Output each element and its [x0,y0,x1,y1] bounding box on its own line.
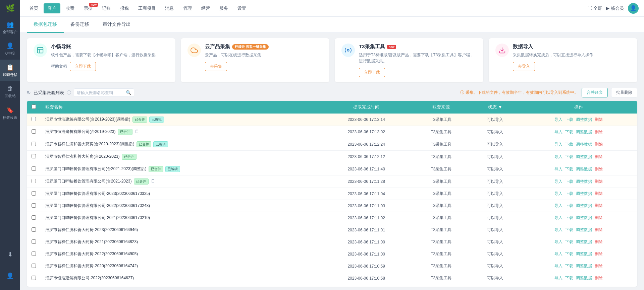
nav-tax[interactable]: 报税 [116,3,133,13]
row-checkbox[interactable] [32,239,36,244]
row-checkbox[interactable] [32,154,36,158]
action-调整数据[interactable]: 调整数据 [576,276,592,280]
nav-service[interactable]: 服务 [215,3,232,13]
sidebar-user[interactable]: 👤 [0,265,20,287]
action-导入[interactable]: 导入 [554,203,562,208]
action-下载[interactable]: 下载 [565,215,573,220]
action-导入[interactable]: 导入 [554,167,562,171]
go-collect-btn[interactable]: 去采集 [205,62,227,71]
action-调整数据[interactable]: 调整数据 [576,251,592,256]
action-调整数据[interactable]: 调整数据 [576,179,592,184]
fullscreen-btn[interactable]: ⛶ 全屏 [588,5,602,11]
row-checkbox[interactable] [32,117,36,121]
nav-business[interactable]: 工商项目 [134,3,160,13]
action-删除[interactable]: 删除 [595,167,603,171]
action-导入[interactable]: 导入 [554,215,562,220]
row-checkbox[interactable] [32,251,36,256]
action-下载[interactable]: 下载 [565,142,573,147]
action-调整数据[interactable]: 调整数据 [576,215,592,220]
sidebar-item-zero-report[interactable]: 👤 0申报 [0,38,20,60]
search-icon[interactable]: 🔍 [126,90,131,95]
action-导入[interactable]: 导入 [554,142,562,147]
action-下载[interactable]: 下载 [565,191,573,196]
action-导入[interactable]: 导入 [554,154,562,159]
action-导入[interactable]: 导入 [554,227,562,232]
refresh-icon[interactable]: ↻ [27,90,31,95]
action-调整数据[interactable]: 调整数据 [576,167,592,171]
row-checkbox[interactable] [32,276,36,280]
avatar[interactable]: 👤 [628,3,639,14]
action-导入[interactable]: 导入 [554,130,562,134]
select-all-checkbox[interactable] [32,104,36,109]
action-导入[interactable]: 导入 [554,276,562,280]
nav-clients[interactable]: 客户 [44,3,60,13]
action-调整数据[interactable]: 调整数据 [576,130,592,134]
sidebar-item-tag-settings[interactable]: 🔖 标签设置 [0,102,20,124]
action-删除[interactable]: 删除 [595,154,603,159]
nav-home[interactable]: 首页 [25,3,42,13]
nav-messages[interactable]: 消息 [161,3,178,13]
action-调整数据[interactable]: 调整数据 [576,142,592,147]
search-input[interactable] [77,90,124,95]
action-导入[interactable]: 导入 [554,191,562,196]
action-导入[interactable]: 导入 [554,239,562,244]
nav-accounting[interactable]: 记账 [98,3,115,13]
action-删除[interactable]: 删除 [595,215,603,220]
sidebar-item-recycle-bin[interactable]: 🗑 回收站 [0,81,20,102]
action-下载[interactable]: 下载 [565,167,573,171]
action-删除[interactable]: 删除 [595,264,603,268]
action-下载[interactable]: 下载 [565,130,573,134]
tab-data-migration[interactable]: 数据包迁移 [27,17,64,33]
tab-backup-migration[interactable]: 备份迁移 [64,17,96,33]
action-删除[interactable]: 删除 [595,251,603,256]
action-调整数据[interactable]: 调整数据 [576,264,592,268]
action-下载[interactable]: 下载 [565,251,573,256]
nav-settings[interactable]: 设置 [233,3,250,13]
batch-delete-btn[interactable]: 批量删除 [611,88,637,97]
row-checkbox[interactable] [32,227,36,232]
download-now-btn[interactable]: 立即下载 [70,62,96,71]
action-调整数据[interactable]: 调整数据 [576,117,592,122]
nav-management[interactable]: 管理 [179,3,196,13]
help-doc-link[interactable]: 帮助文档 [51,64,67,69]
action-下载[interactable]: 下载 [565,179,573,184]
go-import-btn[interactable]: 去导入 [513,62,535,71]
action-删除[interactable]: 删除 [595,117,603,122]
action-下载[interactable]: 下载 [565,276,573,280]
row-checkbox[interactable] [32,203,36,208]
action-删除[interactable]: 删除 [595,142,603,147]
action-调整数据[interactable]: 调整数据 [576,239,592,244]
sidebar-item-all-clients[interactable]: 👥 全部客户 [0,17,20,38]
action-删除[interactable]: 删除 [595,227,603,232]
action-下载[interactable]: 下载 [565,203,573,208]
action-导入[interactable]: 导入 [554,179,562,184]
action-调整数据[interactable]: 调整数据 [576,203,592,208]
action-调整数据[interactable]: 调整数据 [576,227,592,232]
download-t3-btn[interactable]: 立即下载 [359,68,385,77]
action-删除[interactable]: 删除 [595,179,603,184]
member-btn[interactable]: ▶ 畅会员 [606,5,624,11]
sidebar-item-account-migration[interactable]: 📋 账套迁移 [0,60,20,81]
nav-fees[interactable]: 收费 [62,3,78,13]
action-删除[interactable]: 删除 [595,130,603,134]
row-checkbox[interactable] [32,166,36,171]
action-删除[interactable]: 删除 [595,239,603,244]
row-checkbox[interactable] [32,215,36,220]
action-导入[interactable]: 导入 [554,264,562,268]
merge-btn[interactable]: 合并账套 [582,88,608,97]
row-checkbox[interactable] [32,191,36,196]
action-调整数据[interactable]: 调整数据 [576,191,592,196]
action-删除[interactable]: 删除 [595,203,603,208]
row-checkbox[interactable] [32,179,36,183]
action-下载[interactable]: 下载 [565,154,573,159]
tab-audit-export[interactable]: 审计文件导出 [96,17,138,33]
action-导入[interactable]: 导入 [554,251,562,256]
action-下载[interactable]: 下载 [565,264,573,268]
action-删除[interactable]: 删除 [595,276,603,280]
row-checkbox[interactable] [32,129,36,134]
action-调整数据[interactable]: 调整数据 [576,154,592,159]
row-checkbox[interactable] [32,264,36,268]
action-导入[interactable]: 导入 [554,117,562,122]
help-icon[interactable]: ⓘ [67,90,71,96]
row-checkbox[interactable] [32,142,36,146]
